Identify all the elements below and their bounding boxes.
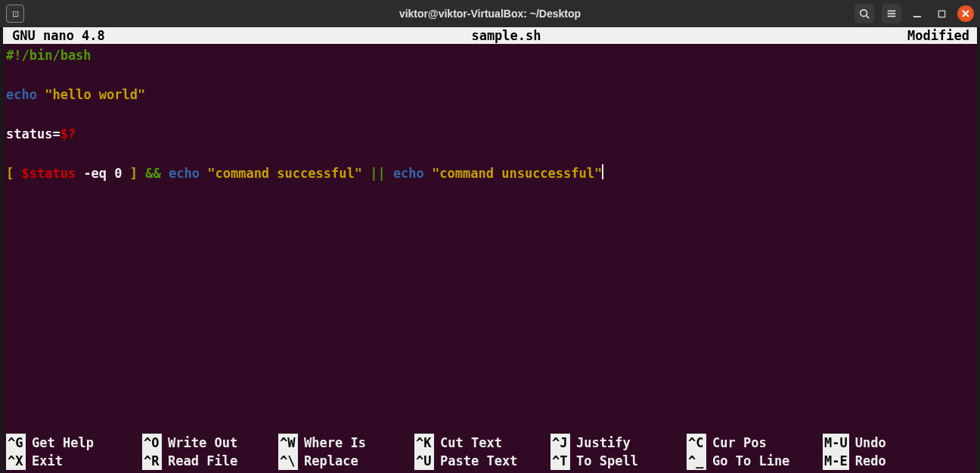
nano-status: Modified bbox=[907, 28, 977, 43]
hamburger-button[interactable] bbox=[882, 4, 901, 23]
svg-line-1 bbox=[867, 16, 870, 19]
shortcut-to-spell[interactable]: ^TTo Spell bbox=[550, 452, 687, 470]
shortcut-undo[interactable]: M-UUndo bbox=[823, 434, 959, 452]
terminal-app-icon[interactable]: ⊡ bbox=[6, 5, 24, 23]
shortcut-paste-text[interactable]: ^UPaste Text bbox=[414, 452, 550, 470]
close-button[interactable] bbox=[957, 5, 974, 22]
search-button[interactable] bbox=[854, 4, 874, 23]
shortcut-where-is[interactable]: ^WWhere Is bbox=[278, 434, 414, 452]
shortcut-row-1: ^GGet Help ^OWrite Out ^WWhere Is ^KCut … bbox=[6, 434, 974, 452]
svg-point-0 bbox=[861, 10, 867, 17]
text-cursor bbox=[602, 164, 603, 179]
shortcut-justify[interactable]: ^JJustify bbox=[550, 434, 687, 452]
code-echo: echo bbox=[6, 87, 37, 102]
svg-rect-6 bbox=[938, 11, 944, 17]
code-string: "hello world" bbox=[45, 87, 145, 102]
shortcut-get-help[interactable]: ^GGet Help bbox=[6, 434, 142, 452]
terminal-body: GNU nano 4.8 sample.sh Modified #!/bin/b… bbox=[3, 27, 977, 473]
window-title: viktor@viktor-VirtualBox: ~/Desktop bbox=[399, 8, 581, 20]
shortcut-read-file[interactable]: ^RRead File bbox=[142, 452, 278, 470]
shortcut-redo[interactable]: M-ERedo bbox=[823, 452, 959, 470]
shortcut-cur-pos[interactable]: ^CCur Pos bbox=[687, 434, 823, 452]
nano-titlebar: GNU nano 4.8 sample.sh Modified bbox=[3, 27, 977, 44]
shortcut-exit[interactable]: ^XExit bbox=[6, 452, 142, 470]
code-shebang: #!/bin/bash bbox=[6, 48, 91, 63]
maximize-button[interactable] bbox=[933, 5, 950, 22]
shortcut-cut-text[interactable]: ^KCut Text bbox=[414, 434, 550, 452]
editor-area[interactable]: #!/bin/bash echo "hello world" status=$?… bbox=[3, 44, 977, 434]
window-titlebar: ⊡ viktor@viktor-VirtualBox: ~/Desktop bbox=[0, 0, 980, 27]
shortcut-go-to-line[interactable]: ^_Go To Line bbox=[687, 452, 823, 470]
minimize-icon bbox=[913, 9, 922, 18]
maximize-icon bbox=[938, 10, 946, 18]
nano-shortcuts: ^GGet Help ^OWrite Out ^WWhere Is ^KCut … bbox=[3, 434, 977, 473]
nano-filename: sample.sh bbox=[105, 28, 907, 43]
minimize-button[interactable] bbox=[909, 5, 926, 22]
shortcut-row-2: ^XExit ^RRead File ^\Replace ^UPaste Tex… bbox=[6, 452, 974, 470]
nano-app-label: GNU nano 4.8 bbox=[3, 28, 105, 43]
search-icon bbox=[859, 8, 870, 19]
code-exitstatus: $? bbox=[60, 126, 76, 142]
shortcut-replace[interactable]: ^\Replace bbox=[278, 452, 414, 470]
close-icon bbox=[962, 10, 969, 17]
hamburger-icon bbox=[886, 8, 897, 19]
code-varname: status bbox=[6, 126, 52, 142]
shortcut-write-out[interactable]: ^OWrite Out bbox=[142, 434, 278, 452]
